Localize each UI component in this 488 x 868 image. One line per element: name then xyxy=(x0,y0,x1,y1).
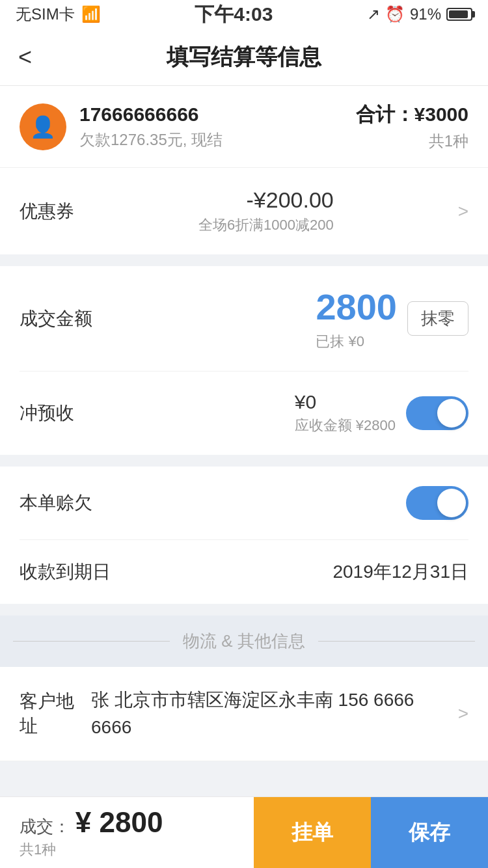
transaction-right: 2800 已抹 ¥0 抹零 xyxy=(316,286,468,351)
prepay-amount-block: ¥0 应收金额 ¥2800 xyxy=(295,391,396,435)
section-gap-2 xyxy=(0,455,488,467)
customer-left: 👤 17666666666 欠款1276.35元, 现结 xyxy=(20,103,223,150)
divider-line-left xyxy=(13,641,170,642)
bottom-count: 共1种 xyxy=(20,840,234,860)
customer-details: 17666666666 欠款1276.35元, 现结 xyxy=(79,103,223,150)
total-amount: 合计：¥3000 xyxy=(356,102,468,128)
address-value: 张 北京市市辖区海淀区永丰南 156 6666 6666 xyxy=(91,686,452,741)
prepay-toggle[interactable] xyxy=(406,396,468,430)
logistics-divider: 物流 & 其他信息 xyxy=(0,616,488,667)
prepay-right: ¥0 应收金额 ¥2800 xyxy=(295,391,468,435)
debt-row: 本单赊欠 xyxy=(20,467,468,540)
coupon-row[interactable]: 优惠券 -¥200.00 全场6折满1000减200 > xyxy=(20,168,468,254)
bottom-amount: ¥ 2800 xyxy=(75,806,163,838)
prepay-label: 冲预收 xyxy=(20,401,74,426)
prepay-toggle-knob xyxy=(437,399,466,427)
coupon-chevron-icon: > xyxy=(458,201,468,222)
debt-toggle-knob xyxy=(437,489,466,517)
transaction-amount-block: 2800 已抹 ¥0 xyxy=(316,286,397,351)
customer-phone: 17666666666 xyxy=(79,103,223,126)
back-button[interactable]: < xyxy=(18,44,32,71)
alarm-icon: ⏰ xyxy=(385,5,405,23)
total-count: 共1种 xyxy=(356,131,468,152)
bottom-transaction-row: 成交： ¥ 2800 xyxy=(20,806,234,839)
coupon-label: 优惠券 xyxy=(20,199,74,224)
save-button[interactable]: 保存 xyxy=(371,797,488,869)
coupon-desc: 全场6折满1000减200 xyxy=(198,215,334,235)
coupon-right: -¥200.00 全场6折满1000减200 xyxy=(198,187,334,235)
address-label: 客户地址 xyxy=(20,689,91,739)
transaction-amount: 2800 xyxy=(316,286,397,328)
due-date-label: 收款到期日 xyxy=(20,560,111,584)
transaction-label: 成交金额 xyxy=(20,306,92,331)
transaction-sub: 已抹 ¥0 xyxy=(316,332,397,351)
status-left: 无SIM卡 📶 xyxy=(16,4,101,25)
debt-toggle[interactable] xyxy=(406,486,468,520)
battery-percent: 91% xyxy=(410,5,441,23)
battery-icon xyxy=(446,8,472,21)
debt-section: 本单赊欠 收款到期日 2019年12月31日 xyxy=(0,467,488,604)
bottom-summary: 成交： ¥ 2800 共1种 xyxy=(0,806,254,860)
prepay-sub: 应收金额 ¥2800 xyxy=(295,416,396,435)
customer-info-card: 👤 17666666666 欠款1276.35元, 现结 合计：¥3000 共1… xyxy=(0,86,488,168)
nav-bar: < 填写结算等信息 xyxy=(0,29,488,86)
due-date-value: 2019年12月31日 xyxy=(332,560,468,584)
bottom-label: 成交： xyxy=(20,817,70,836)
hold-button[interactable]: 挂单 xyxy=(254,797,371,869)
transaction-section: 成交金额 2800 已抹 ¥0 抹零 冲预收 ¥0 应收金额 ¥2800 xyxy=(0,266,488,455)
page-title: 填写结算等信息 xyxy=(167,42,321,72)
logistics-label: 物流 & 其他信息 xyxy=(183,630,305,653)
prepay-amount: ¥0 xyxy=(295,391,396,413)
wifi-icon: 📶 xyxy=(81,5,101,23)
avatar: 👤 xyxy=(20,103,66,150)
coupon-section: 优惠券 -¥200.00 全场6折满1000减200 > xyxy=(0,168,488,254)
transaction-amount-row: 成交金额 2800 已抹 ¥0 抹零 xyxy=(20,266,468,372)
status-right: ↗ ⏰ 91% xyxy=(367,5,472,23)
status-bar: 无SIM卡 📶 下午4:03 ↗ ⏰ 91% xyxy=(0,0,488,29)
bottom-bar: 成交： ¥ 2800 共1种 挂单 保存 xyxy=(0,796,488,868)
debt-right xyxy=(406,486,468,520)
due-date-row: 收款到期日 2019年12月31日 xyxy=(20,540,468,604)
section-gap-3 xyxy=(0,604,488,616)
status-time: 下午4:03 xyxy=(195,1,273,28)
total-right: 合计：¥3000 共1种 xyxy=(356,102,468,152)
section-gap-4 xyxy=(0,761,488,773)
location-icon: ↗ xyxy=(367,5,380,23)
prepay-row: 冲预收 ¥0 应收金额 ¥2800 xyxy=(20,372,468,455)
carrier-text: 无SIM卡 xyxy=(16,4,75,25)
address-chevron-icon: > xyxy=(458,703,468,724)
address-row[interactable]: 客户地址 张 北京市市辖区海淀区永丰南 156 6666 6666 > xyxy=(0,667,488,761)
section-gap-1 xyxy=(0,254,488,266)
coupon-amount: -¥200.00 xyxy=(198,187,334,213)
round-zero-button[interactable]: 抹零 xyxy=(407,301,468,336)
divider-line-right xyxy=(318,641,475,642)
customer-debt: 欠款1276.35元, 现结 xyxy=(79,129,223,150)
debt-label: 本单赊欠 xyxy=(20,491,92,515)
